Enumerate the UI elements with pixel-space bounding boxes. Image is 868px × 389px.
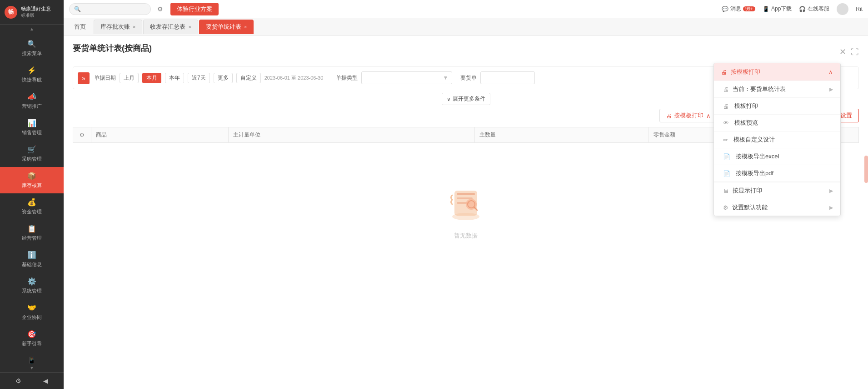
col-quantity-label: 主数量 (479, 131, 496, 138)
sidebar-scroll-down[interactable]: ▼ (0, 364, 64, 372)
sidebar-item-base-info[interactable]: ℹ️ 基础信息 (0, 246, 64, 273)
tab-inventory-batch-close[interactable]: × (133, 24, 135, 30)
dropdown-default-func[interactable]: ⚙ 设置默认功能 ▶ (714, 199, 840, 216)
sidebar-item-guide[interactable]: 🎯 新手引导 (0, 325, 64, 352)
sidebar-item-sales[interactable]: 📊 销售管理 (0, 114, 64, 141)
page-header-row: 要货单统计表(按商品) ✕ ⛶ (73, 43, 859, 61)
current-item-icon: 🖨 (723, 86, 729, 93)
display-print-label: 按显示打印 (733, 187, 762, 195)
sidebar-item-search[interactable]: 🔍 搜索菜单 (0, 35, 64, 61)
col-quantity: 主数量 (475, 127, 649, 143)
dropdown-current-item[interactable]: 🖨 当前：要货单统计表 ▶ (714, 81, 840, 97)
yaohuo-code-input[interactable] (480, 71, 535, 84)
sidebar-scroll-up[interactable]: ▲ (0, 25, 64, 33)
sidebar-collapse-icon[interactable]: ◀ (43, 377, 48, 384)
date-btn-more[interactable]: 更多 (214, 73, 233, 83)
dropdown-close-btn[interactable]: ∧ (828, 69, 833, 76)
app-download-action[interactable]: 📱 App下载 (763, 5, 792, 13)
template-preview-icon: 👁 (723, 120, 729, 126)
search-nav-icon: 🔍 (27, 40, 36, 48)
sidebar-item-finance[interactable]: 💰 资金管理 (0, 193, 64, 220)
sidebar-item-quick-nav[interactable]: ⚡ 快捷导航 (0, 61, 64, 88)
dropdown-template-custom[interactable]: ✏ 模板自定义设计 (714, 131, 840, 148)
scrollbar-indicator[interactable] (864, 156, 868, 183)
tab-receipt-summary[interactable]: 收发存汇总表 × (143, 20, 198, 34)
print-btn[interactable]: 🖨 按模板打印 ∧ (659, 109, 718, 122)
col-unit: 主计量单位 (228, 127, 475, 143)
sidebar-logo: 畅 畅康通好生意 标准版 (0, 0, 64, 25)
sidebar-item-app-center[interactable]: 📱 应用中心 (0, 352, 64, 364)
sidebar-footer: ⚙ ◀ (0, 372, 64, 389)
search-input[interactable] (84, 6, 138, 12)
page-title: 要货单统计表(按商品) (73, 43, 152, 54)
avatar[interactable] (837, 3, 848, 15)
quick-nav-icon: ⚡ (27, 66, 36, 75)
svg-rect-2 (457, 193, 475, 195)
dropdown-display-print[interactable]: 🖥 按显示打印 ▶ (714, 182, 840, 199)
search-box[interactable]: 🔍 (69, 3, 151, 15)
tab-home[interactable]: 首页 (67, 20, 93, 34)
message-icon: 💬 (722, 6, 728, 12)
window-expand-icon[interactable]: ⛶ (851, 47, 859, 57)
template-custom-label: 模板自定义设计 (733, 136, 775, 144)
tab-inventory-batch[interactable]: 库存批次账 × (94, 20, 142, 34)
dropdown-template-excel[interactable]: 📄 按模板导出excel (714, 148, 840, 165)
template-excel-label: 按模板导出excel (736, 152, 779, 161)
display-print-chevron: ▶ (829, 188, 833, 194)
tab-home-label: 首页 (74, 23, 86, 31)
trial-button[interactable]: 体验行业方案 (170, 3, 219, 15)
logo-icon: 畅 (5, 6, 17, 19)
sidebar: 畅 畅康通好生意 标准版 ▲ 🔍 搜索菜单 ⚡ 快捷导航 📣 营销推广 📊 销售… (0, 0, 64, 389)
col-settings[interactable]: ⚙ (73, 127, 91, 143)
print-dropdown-icon: 🖨 (721, 69, 727, 76)
table-settings-icon[interactable]: ⚙ (80, 132, 85, 138)
base-info-icon: ℹ️ (27, 251, 36, 259)
sidebar-item-marketing[interactable]: 📣 营销推广 (0, 88, 64, 114)
template-print-label: 模板打印 (734, 102, 758, 110)
tab-order-stats-close[interactable]: × (244, 24, 247, 30)
sidebar-item-inventory[interactable]: 📦 库存核算 (0, 167, 64, 193)
date-btn-last-month[interactable]: 上月 (120, 73, 139, 83)
dropdown-header-label: 按模板打印 (731, 68, 760, 76)
sidebar-nav: 🔍 搜索菜单 ⚡ 快捷导航 📣 营销推广 📊 销售管理 🛒 采购管理 📦 库存核… (0, 33, 64, 364)
messages-action[interactable]: 💬 消息 99+ (722, 5, 755, 13)
window-close-icon[interactable]: ✕ (839, 47, 846, 57)
dropdown-template-pdf[interactable]: 📄 按模板导出pdf (714, 165, 840, 182)
dropdown-template-print[interactable]: 🖨 模板打印 (714, 97, 840, 114)
app-download-label: App下载 (771, 5, 792, 13)
app-center-icon: 📱 (27, 356, 36, 364)
sidebar-item-label: 资金管理 (22, 208, 42, 215)
sidebar-item-label: 系统管理 (22, 288, 42, 294)
dropdown-template-preview[interactable]: 👁 模板预览 (714, 114, 840, 131)
tabbar: 首页 库存批次账 × 收发存汇总表 × 要货单统计表 × (64, 18, 868, 35)
expand-more-btn[interactable]: ∨ 展开更多条件 (442, 93, 490, 105)
online-service-action[interactable]: 🎧 在线客服 (799, 5, 829, 13)
purchase-icon: 🛒 (27, 145, 36, 154)
sidebar-item-label: 采购管理 (22, 156, 42, 162)
sidebar-settings-icon[interactable]: ⚙ (15, 377, 21, 384)
date-btn-custom[interactable]: 自定义 (236, 73, 261, 83)
guide-icon: 🎯 (27, 330, 36, 338)
date-btn-this-year[interactable]: 本年 (165, 73, 184, 83)
date-btn-this-month[interactable]: 本月 (142, 73, 161, 83)
filter-expand-btn[interactable]: » (78, 72, 90, 84)
sidebar-item-label: 库存核算 (22, 182, 42, 189)
sidebar-item-operations[interactable]: 📋 经营管理 (0, 220, 64, 246)
default-func-label: 设置默认功能 (732, 203, 768, 212)
gear-icon[interactable]: ⚙ (157, 5, 163, 13)
tab-inventory-batch-label: 库存批次账 (100, 23, 130, 31)
order-type-select-container[interactable]: ▼ (361, 71, 452, 84)
sidebar-item-label: 快捷导航 (22, 76, 42, 83)
dropdown-display-print-left: 🖥 按显示打印 (723, 187, 762, 195)
sidebar-item-enterprise[interactable]: 🤝 企业协同 (0, 299, 64, 325)
empty-svg-icon (443, 179, 489, 225)
tab-order-stats[interactable]: 要货单统计表 × (199, 20, 254, 34)
sidebar-item-system[interactable]: ⚙️ 系统管理 (0, 273, 64, 299)
finance-icon: 💰 (27, 198, 36, 207)
sidebar-item-label: 搜索菜单 (22, 50, 42, 57)
date-btn-7days[interactable]: 近7天 (188, 73, 210, 83)
sidebar-item-purchase[interactable]: 🛒 采购管理 (0, 141, 64, 167)
sidebar-item-label: 销售管理 (22, 129, 42, 136)
col-product: 商品 (91, 127, 229, 143)
tab-receipt-summary-close[interactable]: × (188, 24, 191, 30)
